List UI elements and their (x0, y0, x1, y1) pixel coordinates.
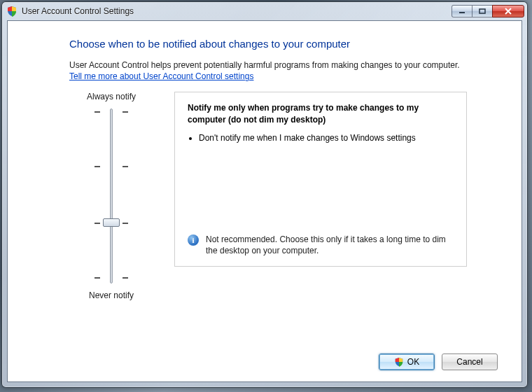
page-heading: Choose when to be notified about changes… (69, 38, 460, 50)
window-title: User Account Control Settings (22, 6, 134, 16)
svg-rect-0 (459, 12, 465, 13)
close-button[interactable] (492, 5, 524, 18)
cancel-button-label: Cancel (456, 357, 482, 367)
description-list: Don't notify me when I make changes to W… (199, 132, 454, 148)
help-link[interactable]: Tell me more about User Account Control … (69, 71, 253, 81)
maximize-button[interactable] (472, 5, 493, 18)
slider-column: Always notify Never notify (55, 92, 167, 345)
window-controls (452, 5, 524, 18)
title-bar[interactable]: User Account Control Settings (2, 2, 527, 20)
description-title: Notify me only when programs try to make… (188, 102, 454, 125)
uac-shield-icon (6, 6, 18, 17)
content-row: Always notify Never notify Notify me onl… (55, 92, 488, 345)
description-bullet: Don't notify me when I make changes to W… (199, 132, 454, 144)
ok-button[interactable]: OK (379, 354, 435, 370)
ok-button-label: OK (407, 357, 419, 367)
slider-thumb[interactable] (103, 218, 120, 227)
cancel-button[interactable]: Cancel (442, 354, 498, 370)
slider-label-bottom: Never notify (89, 290, 134, 300)
description-panel: Notify me only when programs try to make… (174, 92, 467, 267)
window-frame: User Account Control Settings Choose whe… (1, 1, 528, 388)
minimize-button[interactable] (451, 5, 472, 18)
shield-icon (394, 357, 404, 367)
info-text: Not recommended. Choose this only if it … (206, 234, 454, 256)
notification-level-slider[interactable] (90, 108, 132, 284)
intro-block: User Account Control helps prevent poten… (69, 59, 460, 82)
slider-label-top: Always notify (87, 92, 136, 102)
slider-track (110, 108, 113, 284)
client-area: Choose when to be notified about changes… (7, 20, 522, 382)
button-row: OK Cancel (27, 345, 502, 373)
info-row: i Not recommended. Choose this only if i… (188, 234, 454, 256)
info-icon: i (188, 234, 199, 246)
intro-text: User Account Control helps prevent poten… (69, 60, 460, 70)
svg-rect-1 (479, 9, 485, 13)
